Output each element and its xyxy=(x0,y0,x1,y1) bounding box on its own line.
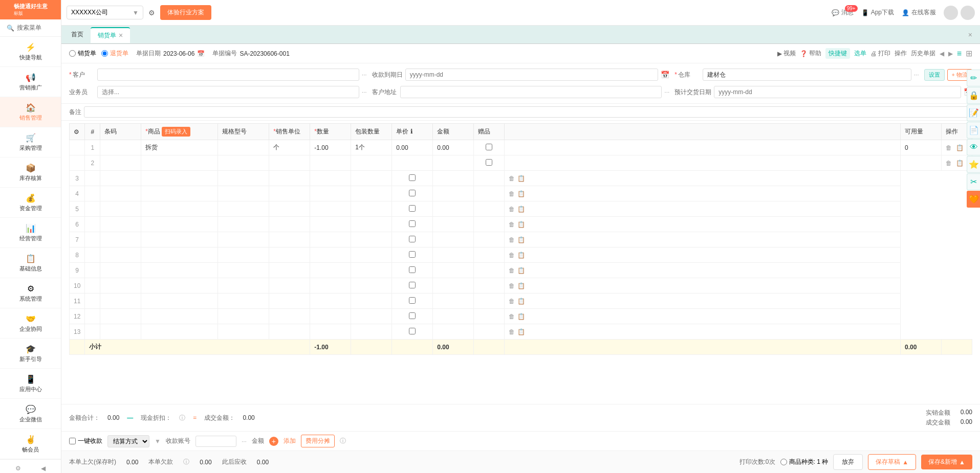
discount-info-icon[interactable]: ⓘ xyxy=(179,414,185,422)
row1-product[interactable]: 拆货 xyxy=(141,140,218,155)
return-order-radio[interactable]: 退货单 xyxy=(101,49,128,58)
row-delete-icon[interactable]: 🗑 xyxy=(509,175,515,182)
fee-split-btn[interactable]: 费用分摊 xyxy=(301,435,335,447)
row-copy-icon[interactable]: 📋 xyxy=(517,298,525,305)
row-copy-icon[interactable]: 📋 xyxy=(517,221,525,228)
rsb-lock[interactable]: 🔒 xyxy=(967,87,980,104)
sidebar-item-enterprise[interactable]: 🤝 企业协同 xyxy=(0,308,61,339)
tab-sale-order[interactable]: 销货单 × xyxy=(91,27,130,43)
sidebar-item-sales[interactable]: 🏠 销售管理 xyxy=(0,97,61,127)
customer-addr-dots[interactable]: ··· xyxy=(664,88,669,96)
sidebar-item-purchase[interactable]: 🛒 采购管理 xyxy=(0,127,61,157)
row2-unit[interactable] xyxy=(269,155,310,171)
row1-pack-qty[interactable]: 1个 xyxy=(351,140,392,155)
customer-addr-input[interactable] xyxy=(400,86,662,98)
next-icon[interactable]: ▶ xyxy=(948,50,953,57)
add-payment-btn[interactable]: + xyxy=(269,437,278,446)
sidebar-item-basic[interactable]: 📋 基础信息 xyxy=(0,248,61,278)
row-copy-icon[interactable]: 📋 xyxy=(517,313,525,320)
settings-icon[interactable]: ⚙ xyxy=(15,465,21,472)
row1-price[interactable]: 0.00 xyxy=(392,140,433,155)
row1-gift[interactable] xyxy=(474,140,505,155)
sidebar-item-inventory[interactable]: 📦 库存核算 xyxy=(0,157,61,188)
list-view-icon[interactable]: ≡ xyxy=(957,49,962,58)
row-copy-icon[interactable]: 📋 xyxy=(517,206,525,213)
row-delete-icon[interactable]: 🗑 xyxy=(509,267,515,274)
row-delete-icon[interactable]: 🗑 xyxy=(509,313,515,320)
one-click-checkbox-input[interactable] xyxy=(69,438,76,444)
account-input[interactable] xyxy=(195,436,236,447)
messages-button[interactable]: 💬 消息 99+ xyxy=(832,8,854,17)
row-delete-icon[interactable]: 🗑 xyxy=(509,236,515,243)
row-delete-icon[interactable]: 🗑 xyxy=(509,298,515,305)
row-delete-icon[interactable]: 🗑 xyxy=(509,252,515,259)
warehouse-dots[interactable]: ··· xyxy=(914,71,919,78)
overdue-info-icon[interactable]: ⓘ xyxy=(183,458,189,466)
company-selector[interactable]: XXXXXX公司 ▼ xyxy=(67,6,143,19)
customer-input[interactable] xyxy=(97,69,359,81)
row-delete-icon[interactable]: 🗑 xyxy=(509,190,515,197)
sidebar-item-finance[interactable]: 💰 资金管理 xyxy=(0,188,61,218)
save-draft-button[interactable]: 保存草稿 ▲ xyxy=(868,454,916,470)
help-btn[interactable]: ❓ 帮助 xyxy=(800,49,821,58)
row-copy-icon[interactable]: 📋 xyxy=(517,328,525,335)
topbar-settings-icon[interactable]: ⚙ xyxy=(148,9,155,17)
row1-amount[interactable]: 0.00 xyxy=(433,140,474,155)
row2-price[interactable] xyxy=(392,155,433,171)
tab-close-icon[interactable]: × xyxy=(119,31,123,39)
row-delete-icon[interactable]: 🗑 xyxy=(509,328,515,335)
notes-input[interactable] xyxy=(84,106,972,118)
rsb-edit[interactable]: ✏ xyxy=(967,70,980,86)
calendar-icon[interactable]: 📅 xyxy=(197,50,205,57)
sidebar-item-apps[interactable]: 📱 应用中心 xyxy=(0,369,61,399)
rsb-eye[interactable]: 👁 xyxy=(967,139,980,155)
rsb-note[interactable]: 📝 xyxy=(967,104,980,121)
row-delete-icon[interactable]: 🗑 xyxy=(509,206,515,213)
row2-delete-icon[interactable]: 🗑 xyxy=(946,160,952,167)
row2-pack-qty[interactable] xyxy=(351,155,392,171)
operate-btn[interactable]: 操作 xyxy=(895,49,907,58)
row2-amount[interactable] xyxy=(433,155,474,171)
app-download-button[interactable]: 📱 App下载 xyxy=(861,8,894,17)
select-btn[interactable]: 选单 xyxy=(854,49,866,58)
due-date-input[interactable] xyxy=(405,69,659,81)
setup-btn[interactable]: 设置 xyxy=(924,69,945,81)
window-close-button[interactable]: × xyxy=(963,28,977,41)
salesperson-input[interactable] xyxy=(97,86,359,98)
sidebar-item-guide[interactable]: 🎓 新手引导 xyxy=(0,339,61,369)
product-types-label[interactable]: 商品种类: 1 种 xyxy=(780,458,829,466)
sale-radio-input[interactable] xyxy=(69,50,76,57)
one-click-payment-checkbox[interactable]: 一键收款 xyxy=(69,437,102,445)
sidebar-item-operations[interactable]: 📊 经营管理 xyxy=(0,218,61,248)
collapse-icon[interactable]: ◀ xyxy=(41,465,46,472)
row-copy-icon[interactable]: 📋 xyxy=(517,252,525,259)
sidebar-item-quicknav[interactable]: ⚡ 快捷导航 xyxy=(0,37,61,67)
salesperson-dots[interactable]: ··· xyxy=(362,88,367,96)
sale-order-radio[interactable]: 销货单 xyxy=(69,49,96,58)
rsb-doc[interactable]: 📄 xyxy=(967,122,980,139)
row-copy-icon[interactable]: 📋 xyxy=(517,282,525,289)
row1-qty[interactable]: -1.00 xyxy=(310,140,351,155)
warehouse-input[interactable] xyxy=(703,69,911,81)
row1-delete-icon[interactable]: 🗑 xyxy=(946,144,952,151)
row-copy-icon[interactable]: 📋 xyxy=(517,236,525,243)
payment-method-select[interactable]: 结算方式 xyxy=(107,435,149,447)
scan-barcode-btn[interactable]: 扫码录入 xyxy=(162,127,190,137)
user-avatar2[interactable] xyxy=(961,6,975,20)
trial-button[interactable]: 体验行业方案 xyxy=(160,5,211,20)
return-radio-input[interactable] xyxy=(101,50,108,57)
row-delete-icon[interactable]: 🗑 xyxy=(509,221,515,228)
row1-copy-icon[interactable]: 📋 xyxy=(956,144,964,151)
save-new-button[interactable]: 保存&新增 ▲ xyxy=(921,455,972,469)
row1-spec[interactable] xyxy=(218,140,269,155)
expected-date-input[interactable] xyxy=(714,86,961,98)
discard-button[interactable]: 放弃 xyxy=(833,454,863,470)
row1-barcode[interactable] xyxy=(100,140,141,155)
fee-split-info-icon[interactable]: ⓘ xyxy=(340,437,346,445)
online-service-button[interactable]: 👤 在线客服 xyxy=(902,8,936,17)
rsb-star[interactable]: ⭐ xyxy=(967,156,980,173)
row-copy-icon[interactable]: 📋 xyxy=(517,267,525,274)
row1-unit[interactable]: 个 xyxy=(269,140,310,155)
row2-copy-icon[interactable]: 📋 xyxy=(956,160,964,167)
row2-spec[interactable] xyxy=(218,155,269,171)
